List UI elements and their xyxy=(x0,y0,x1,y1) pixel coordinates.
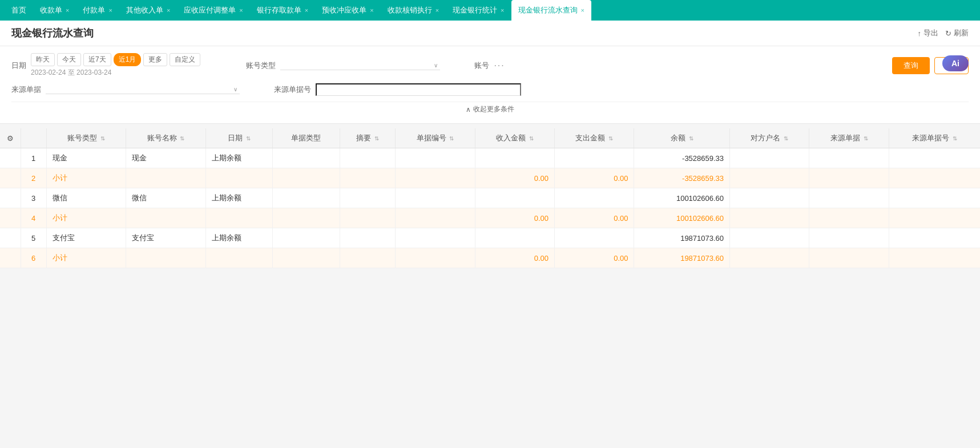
source-doc-no-input[interactable] xyxy=(316,83,521,96)
table-col-date: 日期 ⇅ xyxy=(205,128,272,148)
date-btn-today[interactable]: 今天 xyxy=(57,53,81,66)
sort-icon-2[interactable]: ⇅ xyxy=(180,135,184,142)
sort-icon-7[interactable]: ⇅ xyxy=(608,135,613,142)
row-source-doc-no xyxy=(889,248,980,268)
row-source-doc-no xyxy=(889,208,980,228)
row-source-doc xyxy=(809,188,889,208)
nav-tab-yingshoutiaozheng[interactable]: 应收应付调整单 × xyxy=(177,0,249,21)
nav-tab-xianjinyinhang[interactable]: 现金银行统计 × xyxy=(446,0,511,21)
nav-tab-fukuandan[interactable]: 付款单 × xyxy=(76,0,119,21)
row-balance: 19871073.60 xyxy=(634,228,730,248)
row-account-name: 现金 xyxy=(126,148,205,168)
table-gear-header[interactable]: ⚙ xyxy=(0,128,21,148)
close-icon[interactable]: × xyxy=(435,7,439,14)
filter-row-2: 来源单据 ∨ 来源单据号 xyxy=(11,83,969,96)
data-table: ⚙ 账号类型 ⇅ 账号名称 ⇅ 日期 ⇅ 单据类型 xyxy=(0,128,980,268)
row-doc-type xyxy=(273,228,340,248)
sort-icon-11[interactable]: ⇅ xyxy=(953,135,957,142)
date-filter-group: 日期 昨天 今天 近7天 近1月 更多 自定义 2023-02-24 至 202… xyxy=(11,53,200,78)
sort-icon-10[interactable]: ⇅ xyxy=(864,135,868,142)
row-counterpart xyxy=(730,248,809,268)
row-gear xyxy=(0,148,21,168)
table-row[interactable]: 6小计0.000.0019871073.60 xyxy=(0,248,980,268)
row-counterpart xyxy=(730,168,809,188)
close-icon[interactable]: × xyxy=(66,7,69,14)
table-col-doc-no: 单据编号 ⇅ xyxy=(396,128,475,148)
export-icon: ↑ xyxy=(918,29,922,38)
close-icon[interactable]: × xyxy=(581,7,584,14)
close-icon[interactable]: × xyxy=(501,7,504,14)
date-btn-more[interactable]: 更多 xyxy=(143,53,167,66)
refresh-icon: ↻ xyxy=(945,29,951,38)
nav-tab-yinhangcunqu[interactable]: 银行存取款单 × xyxy=(250,0,315,21)
row-gear xyxy=(0,168,21,188)
sort-icon-8[interactable]: ⇅ xyxy=(689,135,693,142)
sort-icon-6[interactable]: ⇅ xyxy=(529,135,534,142)
table-col-source-doc-no: 来源单据号 ⇅ xyxy=(889,128,980,148)
row-doc-no xyxy=(396,188,475,208)
nav-tab-liushui[interactable]: 现金银行流水查询 × xyxy=(511,0,591,21)
row-doc-no xyxy=(396,228,475,248)
row-account-type: 微信 xyxy=(46,188,126,208)
account-type-filter-group: 账号类型 ∨ xyxy=(246,60,440,71)
row-number: 4 xyxy=(21,208,46,228)
row-income xyxy=(475,148,554,168)
date-btn-custom[interactable]: 自定义 xyxy=(170,53,200,66)
refresh-button[interactable]: ↻ 刷新 xyxy=(945,28,969,38)
row-doc-type xyxy=(273,208,340,228)
filter-area: 日期 昨天 今天 近7天 近1月 更多 自定义 2023-02-24 至 202… xyxy=(0,46,980,124)
source-doc-filter-group: 来源单据 ∨ xyxy=(11,84,240,95)
close-icon[interactable]: × xyxy=(370,7,373,14)
sort-icon[interactable]: ⇅ xyxy=(100,135,105,142)
date-btn-7days[interactable]: 近7天 xyxy=(83,53,111,66)
row-account-name xyxy=(126,168,205,188)
table-row[interactable]: 4小计0.000.00100102606.60 xyxy=(0,208,980,228)
close-icon[interactable]: × xyxy=(239,7,243,14)
table-col-no xyxy=(21,128,46,148)
gear-icon: ⚙ xyxy=(7,134,14,143)
nav-tab-shoukuanhexiao[interactable]: 收款核销执行 × xyxy=(381,0,446,21)
row-doc-type xyxy=(273,148,340,168)
row-expense xyxy=(555,188,634,208)
sort-icon-5[interactable]: ⇅ xyxy=(449,135,454,142)
row-gear xyxy=(0,248,21,268)
account-label: 账号 xyxy=(474,60,489,71)
collapse-label: 收起更多条件 xyxy=(473,104,514,114)
row-date xyxy=(205,208,272,228)
table-row[interactable]: 2小计0.000.00-3528659.33 xyxy=(0,168,980,188)
close-icon[interactable]: × xyxy=(305,7,308,14)
table-row[interactable]: 1现金现金上期余额-3528659.33 xyxy=(0,148,980,168)
nav-tab-yushouchong[interactable]: 预收冲应收单 × xyxy=(315,0,380,21)
row-gear xyxy=(0,188,21,208)
account-dots[interactable]: ··· xyxy=(494,60,505,71)
source-doc-select[interactable]: ∨ xyxy=(46,85,240,94)
row-summary xyxy=(340,188,396,208)
table-row[interactable]: 3微信微信上期余额100102606.60 xyxy=(0,188,980,208)
close-icon[interactable]: × xyxy=(108,7,112,14)
row-number: 5 xyxy=(21,228,46,248)
ai-button[interactable]: Ai xyxy=(942,55,969,71)
nav-bar: 首页 收款单 × 付款单 × 其他收入单 × 应收应付调整单 × 银行存取款单 … xyxy=(0,0,980,21)
sort-icon-4[interactable]: ⇅ xyxy=(374,135,379,142)
nav-tab-qitashouru[interactable]: 其他收入单 × xyxy=(119,0,177,21)
query-button[interactable]: 查询 xyxy=(892,57,930,74)
date-btn-1month[interactable]: 近1月 xyxy=(114,53,142,66)
nav-tab-shukuandan[interactable]: 收款单 × xyxy=(33,0,76,21)
nav-home[interactable]: 首页 xyxy=(5,0,33,21)
row-date xyxy=(205,168,272,188)
close-icon[interactable]: × xyxy=(167,7,170,14)
date-btn-yesterday[interactable]: 昨天 xyxy=(31,53,55,66)
table-row[interactable]: 5支付宝支付宝上期余额19871073.60 xyxy=(0,228,980,248)
sort-icon-9[interactable]: ⇅ xyxy=(784,135,788,142)
sort-icon-3[interactable]: ⇅ xyxy=(246,135,251,142)
table-col-balance: 余额 ⇅ xyxy=(634,128,730,148)
export-button[interactable]: ↑ 导出 xyxy=(918,28,939,38)
collapse-bar[interactable]: ∧ 收起更多条件 xyxy=(11,102,969,116)
row-doc-type xyxy=(273,248,340,268)
account-type-select[interactable]: ∨ xyxy=(280,61,440,70)
row-counterpart xyxy=(730,208,809,228)
account-type-label: 账号类型 xyxy=(246,60,276,71)
page-header: 现金银行流水查询 ↑ 导出 ↻ 刷新 xyxy=(0,21,980,46)
row-number: 2 xyxy=(21,168,46,188)
row-balance: -3528659.33 xyxy=(634,148,730,168)
